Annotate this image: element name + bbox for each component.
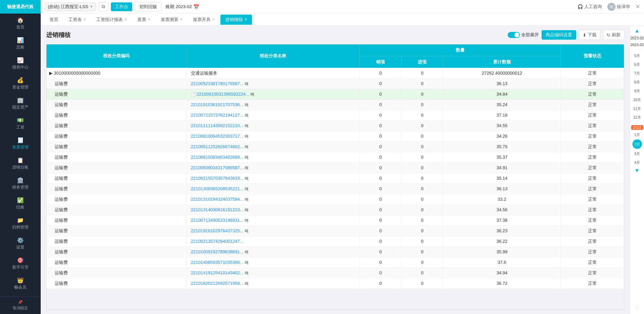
user-menu[interactable]: 徐 徐泽华 [607,3,630,11]
row-invoice: 22100213574294001247... [187,236,360,247]
row-cumulative: 35.37 [443,152,561,162]
month-11[interactable]: 11月 [631,104,643,113]
month-6[interactable]: 6月 [631,60,643,68]
sidebar-item-label: 首页 [16,24,24,30]
month-5[interactable]: 5月 [631,52,643,60]
tab-reconcile[interactable]: 进销稽核 ✕ [220,15,252,25]
guide-icon: 🎯 [17,257,24,263]
page-header: 进销稽核 全部展开 商品编码设置 ⬇ 下载 ↻ 刷新 [46,30,624,40]
refresh-button[interactable]: ↻ 刷新 [603,30,624,40]
tab-invoice-calc-close[interactable]: ✕ [180,17,183,22]
row-cumulative: 34.91 [443,162,561,173]
row-purchase: 0 [402,204,443,215]
sidebar-item-purchase-ledger[interactable]: 📋 进销台账 [0,154,41,174]
tab-reconcile-close[interactable]: ✕ [244,17,247,22]
chevron-down-icon: ▼ [90,5,93,8]
table-row: 运输费 22100721573762194127... 吨 0 0 37.18 … [46,110,624,120]
report-icon: 📈 [17,57,24,63]
period-label: 账期 [165,4,174,10]
table-row: 运输费 22101111143592152210... 吨 0 0 34.55 … [46,120,624,131]
row-sales: 0 [360,99,402,110]
row-purchase: 0 [402,120,443,131]
month-4[interactable]: 4月 [631,158,643,166]
close-icon[interactable]: ✕ [636,3,640,10]
parent-name: 交通运输服务 [187,68,360,78]
row-name: 运输费 [46,225,187,236]
copy-button[interactable]: ⧉ [99,2,108,12]
month-10[interactable]: 10月 [631,96,643,104]
download-button[interactable]: ⬇ 下载 [579,30,600,40]
sidebar-item-archive[interactable]: 📁 归档管理 [0,214,41,234]
row-invoice: 22101009192789838691... 吨 [187,247,360,257]
row-invoice: 22101820212692571958... 吨 [187,278,360,289]
row-sales: 0 [360,236,402,247]
sidebar-item-checkout[interactable]: ✅ 结账 [0,194,41,214]
sidebar-item-assets[interactable]: 🏢 固定资产 [0,94,41,114]
row-sales: 0 [360,152,402,162]
tab-salary-report[interactable]: 工资统计报表 ✕ [92,15,132,25]
tab-invoice[interactable]: 发票 ✕ [133,15,155,25]
month-12[interactable]: 12月 [631,113,643,121]
month-3[interactable]: 3月 [631,150,643,158]
row-status: 正常 [561,236,624,247]
row-invoice: 22100721573762194127... 吨 [187,110,360,120]
headset-icon: 🎧 [578,4,583,9]
month-8[interactable]: 8月 [631,78,643,86]
switch-version-button[interactable]: 切到旧版 [135,2,161,12]
sidebar-item-label: 归档管理 [12,224,28,230]
sidebar-item-settings[interactable]: ⚙️ 设置 [0,234,41,254]
table-row: 运输费 22101009192789838691... 吨 0 0 35.99 … [46,247,624,257]
tab-invoice-close[interactable]: ✕ [148,17,151,22]
tab-home[interactable]: 首页 [45,15,63,25]
row-invoice: 22101309365208535221... 吨 [187,183,360,194]
tab-salary-report-close[interactable]: ✕ [124,17,127,22]
row-purchase: 0 [402,162,443,173]
company-selector[interactable]: (勿动) 江西报宝-LSS ▼ [45,2,96,11]
sidebar-item-tax[interactable]: 🏛️ 税务管理 [0,174,41,194]
row-purchase: 0 [402,110,443,120]
sidebar-pin[interactable]: 📌 取消固定 [0,296,41,314]
page-title: 进销稽核 [46,31,71,39]
row-sales: 0 [360,278,402,289]
sidebar-item-ledger[interactable]: 📊 总账 [0,34,41,54]
divider2 [632,123,642,123]
sidebar-item-reports[interactable]: 📈 报表中心 [0,54,41,74]
service-button[interactable]: 🎧 人工咨询 [578,4,602,10]
tab-salary-close[interactable]: ✕ [83,17,86,22]
scroll-up-button[interactable]: ▲ [634,27,641,35]
tab-invoice-issue[interactable]: 发票开具 ✕ [188,15,220,25]
row-purchase: 0 [402,183,443,194]
product-code-button[interactable]: 商品编码设置 [542,30,576,40]
row-cumulative: 36.13 [443,78,561,89]
row-invoice: 22100215570357643633... 吨 [187,173,360,183]
month-2-active[interactable]: 2月 [632,139,642,149]
tab-invoice-issue-close[interactable]: ✕ [212,17,215,22]
row-sales: 0 [360,110,402,120]
expand-toggle[interactable] [508,32,520,38]
sidebar-item-home[interactable]: 🏠 首页 [0,14,41,34]
month-9[interactable]: 9月 [631,87,643,95]
sidebar-item-member[interactable]: 👑 畅会员 [0,274,41,294]
row-sales: 0 [360,194,402,204]
row-name: 运输费 [46,99,187,110]
sidebar-item-salary[interactable]: 💵 工资 [0,114,41,134]
sidebar-item-invoice[interactable]: 🧾 发票管理 [0,134,41,154]
scroll-down-button[interactable]: ▼ [634,167,641,174]
calendar-icon[interactable]: 📅 [193,4,199,9]
sidebar-item-guide[interactable]: 🎯 新手引导 [0,254,41,274]
row-cumulative: 34.56 [443,204,561,215]
invoice-icon: 🧾 [17,137,24,143]
sidebar-item-finance[interactable]: 💰 资金管理 [0,74,41,94]
row-invoice: 22100523381780176567... 吨 [187,78,360,89]
row-sales: 0 [360,257,402,268]
workbench-button[interactable]: 工作台 [111,2,132,11]
tab-invoice-calc[interactable]: 发票测算 ✕ [156,15,188,25]
table-row: 运输费 22101309365208535221... 吨 0 0 36.13 … [46,183,624,194]
month-7[interactable]: 7月 [631,69,643,77]
tab-salary[interactable]: 工资表 ✕ [64,15,91,25]
month-1[interactable]: 1月 [631,131,643,139]
heart-icon[interactable]: ♡ [635,305,640,311]
app-logo: 畅捷通易代账 [0,0,41,14]
parent-purchase: 0 [402,68,443,78]
row-cumulative: 35.75 [443,141,561,152]
